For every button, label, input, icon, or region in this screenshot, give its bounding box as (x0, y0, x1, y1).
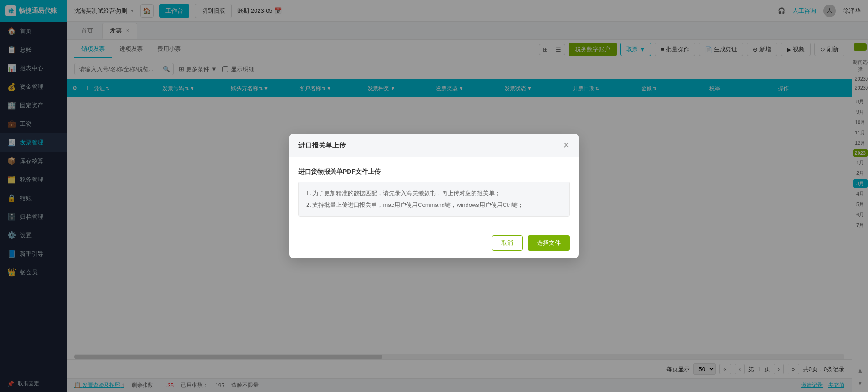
modal-upload-title: 进口货物报关单PDF文件上传 (298, 168, 570, 176)
modal-info-line1: 1. 为了更加精准的数据匹配，请先录入海关缴款书，再上传对应的报关单； (306, 187, 562, 199)
modal-close-button[interactable]: ✕ (563, 140, 570, 150)
modal-footer: 取消 选择文件 (289, 228, 579, 258)
modal-info-line2: 2. 支持批量上传进口报关单，mac用户使用Command键，windows用户… (306, 199, 562, 211)
modal-overlay[interactable]: 进口报关单上传 ✕ 进口货物报关单PDF文件上传 1. 为了更加精准的数据匹配，… (0, 0, 868, 392)
select-file-button[interactable]: 选择文件 (528, 235, 570, 251)
modal-info-box: 1. 为了更加精准的数据匹配，请先录入海关缴款书，再上传对应的报关单； 2. 支… (298, 182, 570, 217)
import-customs-modal: 进口报关单上传 ✕ 进口货物报关单PDF文件上传 1. 为了更加精准的数据匹配，… (289, 134, 579, 258)
cancel-button[interactable]: 取消 (492, 235, 523, 251)
modal-body: 进口货物报关单PDF文件上传 1. 为了更加精准的数据匹配，请先录入海关缴款书，… (289, 157, 579, 228)
modal-title: 进口报关单上传 (298, 141, 346, 150)
modal-header: 进口报关单上传 ✕ (289, 134, 579, 157)
